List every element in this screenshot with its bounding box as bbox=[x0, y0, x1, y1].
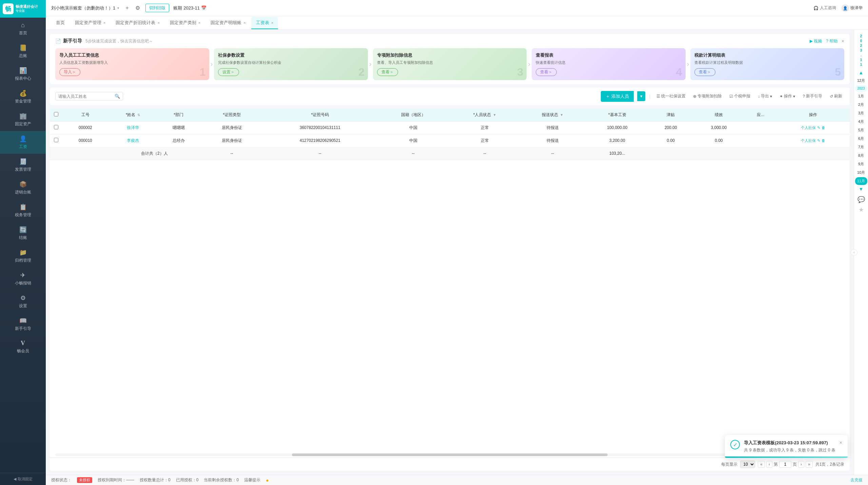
calendar-icon[interactable]: 📅 bbox=[201, 5, 206, 11]
sort-icon[interactable]: ⇅ bbox=[137, 113, 140, 117]
row-checkbox[interactable] bbox=[54, 138, 58, 142]
month-item-10[interactable]: 10月 bbox=[855, 169, 867, 176]
tab-asset-detail[interactable]: 固定资产明细账 × bbox=[206, 17, 250, 29]
settings-button[interactable]: ⚙ bbox=[134, 3, 141, 13]
per-page-select[interactable]: 10 20 50 bbox=[740, 461, 755, 468]
employee-name-link[interactable]: 徐泽华 bbox=[127, 125, 139, 130]
employee-table: 工号 *姓名 ⇅ *部门 *证照类型 *证照号码 国籍（地区） bbox=[50, 109, 850, 160]
operation-button[interactable]: ✦ 操作 ▾ bbox=[777, 92, 797, 100]
refresh-button[interactable]: ↺ 刷新 bbox=[828, 92, 844, 100]
sidebar-item-close[interactable]: 🔄 结账 bbox=[0, 222, 46, 245]
month-item-4[interactable]: 4月 bbox=[855, 118, 867, 126]
special-deduction-button[interactable]: ⊕ 专项附加扣除 bbox=[691, 92, 724, 100]
social-insurance-button[interactable]: ☰ 统一社保设置 bbox=[654, 92, 688, 100]
month-item-5[interactable]: 5月 bbox=[855, 126, 867, 134]
step-btn-2[interactable]: 设置＞ bbox=[218, 68, 239, 76]
user-menu[interactable]: 👤 徐泽华 bbox=[842, 4, 863, 12]
prev-page-button[interactable]: ‹ bbox=[766, 461, 772, 468]
month-item-9[interactable]: 9月 bbox=[855, 160, 867, 168]
sidebar-item-ledger[interactable]: 📒 总账 bbox=[0, 40, 46, 63]
sidebar-item-invoice[interactable]: 🧾 发票管理 bbox=[0, 154, 46, 176]
export-button[interactable]: ↓ 导出 ▾ bbox=[756, 92, 774, 100]
account-selector[interactable]: 刘小艳演示账套（勿删勿动！）1 ▾ bbox=[51, 5, 119, 11]
sidebar-item-assets[interactable]: 🏢 固定资产 bbox=[0, 108, 46, 131]
tab-asset-category[interactable]: 固定资产类别 × bbox=[165, 17, 205, 29]
unpin-button[interactable]: ◀ 取消固定 bbox=[0, 473, 46, 485]
guide-button[interactable]: ? 新手引导 bbox=[801, 92, 824, 100]
select-all-checkbox[interactable] bbox=[54, 112, 58, 116]
month-item-7[interactable]: 7月 bbox=[855, 143, 867, 151]
personal-social-link[interactable]: 个人社保 bbox=[801, 138, 816, 143]
last-page-button[interactable]: » bbox=[806, 461, 813, 468]
month-item-11-current[interactable]: 11月 bbox=[855, 177, 867, 185]
step-btn-3[interactable]: 查看＞ bbox=[377, 68, 398, 76]
scrollbar-thumb[interactable] bbox=[292, 453, 608, 456]
add-account-button[interactable]: ＋ bbox=[123, 3, 131, 13]
month-item-2[interactable]: 2月 bbox=[855, 101, 867, 109]
panel-star-icon[interactable]: ★ bbox=[859, 206, 864, 213]
page-number-input[interactable] bbox=[779, 461, 791, 468]
sidebar-item-guide[interactable]: 📖 新手引导 bbox=[0, 313, 46, 336]
tab-fixed-assets[interactable]: 固定资产管理 × bbox=[70, 17, 110, 29]
sidebar-item-expense[interactable]: ✈ 小畅报销 bbox=[0, 267, 46, 290]
close-tab-icon[interactable]: × bbox=[271, 21, 273, 25]
tax-report-button[interactable]: ☑ 个税申报 bbox=[727, 92, 752, 100]
delete-icon[interactable]: 🗑 bbox=[822, 126, 825, 130]
go-auth-link[interactable]: 去充值 bbox=[850, 477, 863, 483]
month-item-1[interactable]: 1月 bbox=[855, 92, 867, 100]
panel-chat-icon[interactable]: 💬 bbox=[857, 196, 865, 203]
sidebar-item-reports[interactable]: 📊 报表中心 bbox=[0, 63, 46, 86]
table-scroll[interactable]: 工号 *姓名 ⇅ *部门 *证照类型 *证照号码 国籍（地区） bbox=[50, 109, 850, 452]
help-link[interactable]: ? 帮助 bbox=[826, 38, 837, 44]
sidebar-item-tax[interactable]: 📋 税务管理 bbox=[0, 199, 46, 222]
sidebar-item-member[interactable]: V 畅会员 bbox=[0, 336, 46, 358]
video-link[interactable]: ▶ 视频 bbox=[810, 38, 822, 44]
employee-name-link[interactable]: 李俊杰 bbox=[127, 138, 139, 143]
add-employee-button[interactable]: ＋ 添加人员 bbox=[601, 91, 634, 102]
first-page-button[interactable]: « bbox=[758, 461, 765, 468]
personal-social-link[interactable]: 个人社保 bbox=[801, 125, 816, 130]
sidebar-item-archive[interactable]: 📁 归档管理 bbox=[0, 245, 46, 267]
sidebar-item-payroll[interactable]: 👤 工资 bbox=[0, 131, 46, 154]
month-item-6[interactable]: 6月 bbox=[855, 135, 867, 143]
month-item-3[interactable]: 3月 bbox=[855, 109, 867, 117]
step-btn-5[interactable]: 查看＞ bbox=[694, 68, 715, 76]
panel-expand-button[interactable]: ‹ bbox=[851, 249, 857, 256]
edit-icon[interactable]: ✎ bbox=[817, 138, 820, 143]
sidebar-item-finance[interactable]: 💰 资金管理 bbox=[0, 86, 46, 108]
toast-close-button[interactable]: × bbox=[840, 440, 842, 445]
edit-icon[interactable]: ✎ bbox=[817, 126, 820, 130]
close-tab-icon[interactable]: × bbox=[243, 21, 245, 25]
sidebar-item-inventory[interactable]: 📦 进销台账 bbox=[0, 176, 46, 199]
search-input[interactable] bbox=[58, 94, 113, 99]
delete-icon[interactable]: 🗑 bbox=[822, 138, 825, 143]
close-tab-icon[interactable]: × bbox=[103, 21, 105, 25]
switch-version-button[interactable]: 切到旧版 bbox=[145, 4, 169, 12]
month-item-8[interactable]: 8月 bbox=[855, 152, 867, 160]
add-dropdown-button[interactable]: ▾ bbox=[637, 91, 645, 101]
search-icon[interactable]: 🔍 bbox=[115, 94, 120, 99]
filter-status-icon[interactable]: ▼ bbox=[493, 113, 496, 117]
sidebar-item-home[interactable]: ⌂ 首页 bbox=[0, 18, 46, 40]
month-item-12[interactable]: 12月 bbox=[855, 77, 867, 85]
customer-service-button[interactable]: 🎧 人工咨询 bbox=[813, 5, 836, 11]
summary-dash7 bbox=[693, 147, 745, 160]
tab-home[interactable]: 首页 bbox=[51, 17, 70, 29]
row-checkbox[interactable] bbox=[54, 125, 58, 129]
employee-table-section: 工号 *姓名 ⇅ *部门 *证照类型 *证照号码 国籍（地区） bbox=[50, 109, 850, 471]
sidebar-item-settings[interactable]: ⚙ 设置 bbox=[0, 290, 46, 313]
close-tab-icon[interactable]: × bbox=[157, 21, 159, 25]
step-title: 社保参数设置 bbox=[218, 52, 364, 58]
filter-report-icon[interactable]: ▼ bbox=[560, 113, 564, 117]
guide-close-button[interactable]: × bbox=[842, 38, 844, 44]
tab-payroll[interactable]: 工资表 × bbox=[251, 17, 278, 29]
row-checkbox-cell bbox=[50, 134, 62, 147]
step-btn-4[interactable]: 查看＞ bbox=[536, 68, 557, 76]
step-btn-1[interactable]: 导入＞ bbox=[59, 68, 80, 76]
tab-depreciation[interactable]: 固定资产折旧统计表 × bbox=[111, 17, 164, 29]
cell-id-type: 居民身份证 bbox=[200, 134, 263, 147]
next-page-button[interactable]: › bbox=[798, 461, 804, 468]
close-tab-icon[interactable]: × bbox=[198, 21, 200, 25]
calendar-down-button[interactable]: ▼ bbox=[858, 186, 864, 192]
calendar-up-button[interactable]: ▲ bbox=[858, 69, 864, 76]
